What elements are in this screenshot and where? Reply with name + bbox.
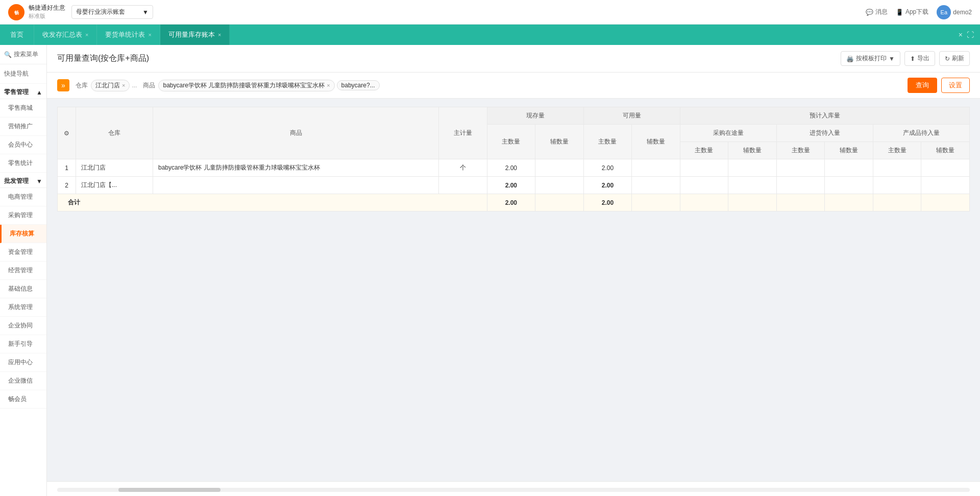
total-current-main: 2.00 bbox=[487, 194, 535, 211]
sidebar-item-finance[interactable]: 资金管理 bbox=[0, 243, 46, 262]
refresh-icon: ↻ bbox=[945, 55, 950, 62]
total-purchase-main bbox=[680, 194, 728, 211]
row1-unit: 个 bbox=[439, 159, 487, 177]
total-incoming-main bbox=[776, 194, 825, 211]
top-bar-right: 💬 消息 📱 App下载 Ea demo2 bbox=[866, 5, 972, 19]
row2-purchase-main bbox=[680, 177, 728, 194]
row1-production-main bbox=[873, 159, 921, 177]
sidebar-item-basic[interactable]: 基础信息 bbox=[0, 280, 46, 298]
refresh-button[interactable]: ↻ 刷新 bbox=[939, 51, 970, 66]
data-table: ⚙ 仓库 商品 主计量 现存量 可用量 预计入库量 主数量 辅数量 主数量 辅数… bbox=[57, 107, 970, 211]
tab-order-label: 要货单统计表 bbox=[105, 30, 145, 39]
logo-icon: 畅 bbox=[8, 4, 24, 20]
table-footer bbox=[47, 481, 980, 496]
export-button[interactable]: ⬆ 导出 bbox=[904, 51, 935, 66]
sidebar-section-wholesale[interactable]: 批发管理 ▼ bbox=[0, 173, 46, 188]
sidebar-section-retail[interactable]: 零售管理 ▲ bbox=[0, 84, 46, 99]
sidebar-search[interactable]: 🔍 搜索菜单 bbox=[0, 45, 46, 64]
sidebar-item-member[interactable]: 会员中心 bbox=[0, 136, 46, 154]
row2-incoming-aux bbox=[825, 177, 873, 194]
app-download-button[interactable]: 📱 App下载 bbox=[896, 8, 928, 16]
settings-button[interactable]: 设置 bbox=[941, 78, 970, 93]
tab-order-close[interactable]: × bbox=[148, 32, 151, 38]
sidebar-item-purchase[interactable]: 采购管理 bbox=[0, 206, 46, 225]
product-tag-2[interactable]: babycare?... bbox=[337, 80, 380, 90]
remove-product-tag-1[interactable]: × bbox=[327, 82, 330, 88]
available-aux-header: 辅数量 bbox=[632, 125, 680, 159]
chevron-down-icon: ▼ bbox=[889, 55, 895, 62]
sidebar-item-app-center[interactable]: 应用中心 bbox=[0, 353, 46, 372]
row2-purchase-aux bbox=[728, 177, 777, 194]
product-tag-1[interactable]: babycare学饮杯 儿童防摔防撞吸管杯重力球吸嘴杯宝宝水杯 × bbox=[158, 80, 334, 91]
tab-expand[interactable]: ⛶ bbox=[967, 31, 974, 39]
logo-text: 畅捷通好生意 bbox=[29, 4, 65, 12]
production-pending-header: 产成品待入量 bbox=[873, 125, 969, 142]
tab-inventory-close[interactable]: × bbox=[218, 32, 221, 38]
message-icon: 💬 bbox=[866, 9, 873, 16]
available-main-header: 主数量 bbox=[583, 125, 632, 159]
filter-actions: 查询 设置 bbox=[908, 78, 970, 93]
sidebar-item-operation[interactable]: 经营管理 bbox=[0, 262, 46, 280]
row2-production-main bbox=[873, 177, 921, 194]
sidebar-item-newbie[interactable]: 新手引导 bbox=[0, 335, 46, 353]
tab-receive-label: 收发存汇总表 bbox=[42, 30, 82, 39]
horizontal-scrollbar[interactable] bbox=[57, 488, 970, 492]
nav-tabs: 首页 收发存汇总表 × 要货单统计表 × 可用量库存账本 × × ⛶ bbox=[0, 25, 980, 45]
sidebar-item-stock[interactable]: 库存核算 bbox=[0, 225, 46, 243]
row2-index: 2 bbox=[58, 177, 76, 194]
tab-receive-close[interactable]: × bbox=[85, 32, 88, 38]
sidebar-item-quick-nav[interactable]: 快捷导航 bbox=[0, 64, 46, 84]
tab-receive[interactable]: 收发存汇总表 × bbox=[34, 25, 97, 45]
expand-button[interactable]: » bbox=[57, 79, 69, 91]
total-label: 合计 bbox=[58, 194, 487, 211]
sidebar-item-changhui[interactable]: 畅会员 bbox=[0, 390, 46, 409]
sidebar-item-system[interactable]: 系统管理 bbox=[0, 298, 46, 317]
purchase-main-header: 主数量 bbox=[680, 142, 728, 159]
available-header: 可用量 bbox=[583, 107, 680, 125]
current-aux-header: 辅数量 bbox=[535, 125, 584, 159]
message-button[interactable]: 💬 消息 bbox=[866, 8, 888, 16]
app-icon: 📱 bbox=[896, 9, 903, 16]
planned-inbound-header: 预计入库量 bbox=[680, 107, 969, 125]
remove-warehouse-tag[interactable]: × bbox=[122, 82, 125, 88]
gear-col-header[interactable]: ⚙ bbox=[58, 107, 76, 159]
unit-col-header: 主计量 bbox=[439, 107, 487, 159]
tab-order[interactable]: 要货单统计表 × bbox=[97, 25, 160, 45]
top-bar-left: 畅 畅捷通好生意 标准版 母婴行业演示账套 ▼ bbox=[8, 4, 153, 20]
print-button[interactable]: 🖨️ 按模板打印 ▼ bbox=[841, 51, 900, 66]
sidebar-item-wechat[interactable]: 企业微信 bbox=[0, 372, 46, 390]
row1-warehouse: 江北门店 bbox=[76, 159, 153, 177]
table-row: 1 江北门店 babycare学饮杯 儿童防摔防撞吸管杯重力球吸嘴杯宝宝水杯 个… bbox=[58, 159, 970, 177]
sidebar: 🔍 搜索菜单 快捷导航 零售管理 ▲ 零售商城 营销推广 会员中心 零售统计 批… bbox=[0, 45, 47, 496]
sidebar-item-ecommerce[interactable]: 电商管理 bbox=[0, 188, 46, 206]
incoming-aux-header: 辅数量 bbox=[825, 142, 873, 159]
sidebar-item-marketing[interactable]: 营销推广 bbox=[0, 117, 46, 136]
product-tags: babycare学饮杯 儿童防摔防撞吸管杯重力球吸嘴杯宝宝水杯 × babyca… bbox=[158, 80, 379, 91]
search-icon: 🔍 bbox=[4, 51, 12, 58]
tab-inventory[interactable]: 可用量库存账本 × bbox=[160, 25, 230, 45]
total-purchase-aux bbox=[728, 194, 777, 211]
warehouse-tags: 江北门店 × ... bbox=[91, 80, 137, 91]
tab-home[interactable]: 首页 bbox=[0, 25, 34, 45]
sidebar-item-retail-stats[interactable]: 零售统计 bbox=[0, 154, 46, 173]
sidebar-item-enterprise[interactable]: 企业协同 bbox=[0, 317, 46, 335]
row2-available-aux bbox=[632, 177, 680, 194]
total-current-aux bbox=[535, 194, 584, 211]
product-filter: 商品 babycare学饮杯 儿童防摔防撞吸管杯重力球吸嘴杯宝宝水杯 × bab… bbox=[143, 80, 379, 91]
row1-available-aux bbox=[632, 159, 680, 177]
warehouse-label: 仓库 bbox=[76, 81, 88, 90]
row1-incoming-main bbox=[776, 159, 825, 177]
tab-close-all[interactable]: × bbox=[959, 31, 963, 39]
industry-selector[interactable]: 母婴行业演示账套 ▼ bbox=[71, 5, 153, 19]
warehouse-more[interactable]: ... bbox=[132, 82, 137, 89]
sidebar-item-retail-mall[interactable]: 零售商城 bbox=[0, 99, 46, 117]
purchase-aux-header: 辅数量 bbox=[728, 142, 777, 159]
scrollbar-thumb[interactable] bbox=[118, 488, 220, 492]
user-menu[interactable]: Ea demo2 bbox=[937, 5, 972, 19]
total-available-aux bbox=[632, 194, 680, 211]
purchase-transit-header: 采购在途量 bbox=[680, 125, 776, 142]
warehouse-tag[interactable]: 江北门店 × bbox=[91, 80, 130, 91]
query-button[interactable]: 查询 bbox=[908, 78, 937, 93]
total-production-main bbox=[873, 194, 921, 211]
avatar: Ea bbox=[937, 5, 951, 19]
